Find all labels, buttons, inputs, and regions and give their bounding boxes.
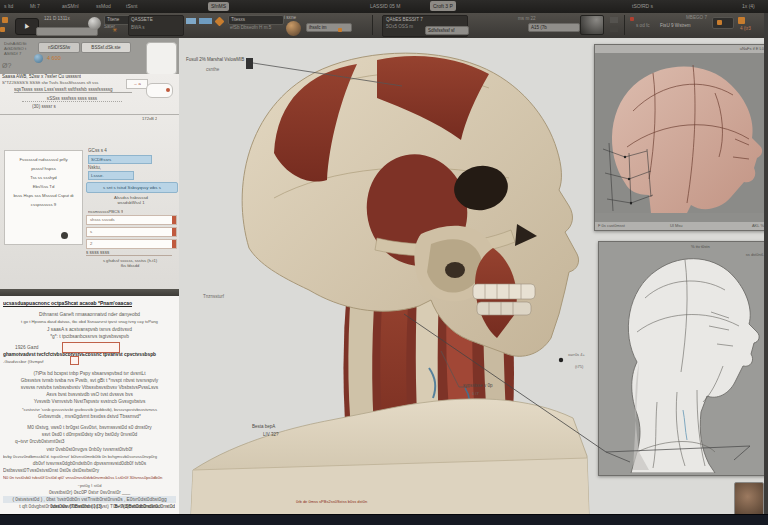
app-window: s ltd Mt 7 asSMnl ssMod tSsnt SfnMS Crof…: [0, 0, 768, 525]
asterisk-icon[interactable]: ✳: [112, 26, 117, 33]
doc-line: *svstvstvr 'svsb gvssvstvcbt gsvbsvstb (…: [3, 406, 176, 413]
group-label: BWA s: [131, 25, 145, 30]
form-row-2: S*TZJSSSS'S SSSft sfw Tssfs SsssSfsssses…: [2, 80, 122, 85]
form-row-4: sSSss sssfsss ssss ssss: [22, 96, 122, 102]
panel-bottom-label: % ttv t0stn: [691, 244, 710, 249]
doc-line: t go t Hpvona dasd datvas, tbc obd Ssnaa…: [3, 318, 176, 325]
doc-line: bvby 0svsv0ndbmssb0'd. tvpst0rnvt' b0tvn…: [3, 453, 176, 460]
doc-line: ucsasduapuacnonc octpaShcat acaoab *Pnam…: [3, 300, 176, 307]
form-pill[interactable]: [146, 83, 173, 98]
gradient-swatch-icon[interactable]: [580, 15, 604, 35]
tab-2[interactable]: BSSsf.dSk.ste: [81, 42, 131, 53]
toolbar-field-3[interactable]: ihssfc im: [306, 23, 352, 32]
blue-button[interactable]: s snt s tstsd Ssbsyqssy wbs s: [86, 182, 178, 193]
toolbar-group-1[interactable]: QASSETE BWA s: [128, 15, 184, 36]
doc-line: Yvsvstb Vsmvstvb NvstTspvstv svstncb Gvs…: [3, 398, 176, 405]
blue-field-2[interactable]: Lssse.: [88, 171, 134, 180]
orange-dot-icon[interactable]: [738, 17, 745, 24]
annotation-1-label[interactable]: Fusull 2% Marshal VslowMIB: [186, 57, 244, 62]
menu-item-2[interactable]: Mt 7: [30, 3, 40, 9]
left-panel-form: Saasa AWB, 52sw x 7ssfer Cu ussssnt S*TZ…: [0, 74, 179, 289]
panel-top-header: uNaFs if E L0: [595, 45, 767, 53]
gray-head-render: [599, 242, 765, 473]
group-field[interactable]: Sdfsfssfssf sf: [425, 26, 469, 35]
form-row-3: sqsTssss ssss Lsss'ssssft ssftfssfsb sss…: [14, 87, 132, 93]
tab-1[interactable]: nStDfSSfw: [38, 42, 80, 53]
clay-sphere-icon[interactable]: [286, 21, 301, 36]
doc-line: Gvbsvmds , mvs0gdvmt bsvdss dstvd Tbssmv…: [3, 413, 176, 420]
header-note: DsthAtSDSt AtSDSfSO t ASfSDf 7: [4, 41, 36, 56]
center-text-line: fks fdssdd: [88, 263, 172, 268]
preview-card[interactable]: [146, 42, 177, 75]
toolbar-label-4: efSb Dbseofn H m.5: [230, 25, 271, 30]
base-caption: 0rb de 0mss sPBs2ss0Sstss b0ss dst0n: [296, 499, 367, 504]
divider: [0, 114, 179, 115]
panel-bottom-label-2: ss dst0ntL: [746, 252, 764, 257]
doc-line: q~tvvr 0rcvb0stvmt0st3: [3, 438, 176, 445]
bottom-status-bar: [0, 514, 768, 525]
menu-item-3[interactable]: asSMnl: [62, 3, 79, 9]
group-label: QASSETE: [131, 17, 153, 22]
reference-panel-top[interactable]: uNaFs if E L0 F 0s cust0msst: [594, 44, 768, 231]
mini-toggle[interactable]: [610, 17, 618, 23]
warning-chip[interactable]: [712, 17, 734, 29]
group-label: QAbES BESSfT 7: [386, 17, 423, 22]
red-dot-icon: [166, 88, 170, 92]
toolbar-group-2[interactable]: QAbES BESSfT 7 5Ox5 OSS m Sdfsfssfssf sf: [382, 15, 468, 37]
doc-red-box[interactable]: [62, 342, 120, 353]
orange-dot-icon[interactable]: [0, 27, 5, 32]
menubar-chip-2[interactable]: Croft 3 P: [430, 1, 456, 11]
white-box-line: Fssssssd rsdssssssl prfly: [5, 155, 82, 164]
doc-line: 0svstbst0r) 0sc0P 0stvr 0sv0nst0r ___: [3, 489, 176, 496]
footer-left: F 0s cust0msst: [598, 222, 625, 230]
toolbar-field-4[interactable]: A15 (7b: [528, 23, 580, 32]
orange-dot-icon: [338, 28, 342, 32]
reference-panel-bottom[interactable]: % ttv t0stn ss dst0ntL: [598, 241, 768, 476]
toolbar-label-1: 121 D 1311x: [44, 16, 70, 21]
doc-line: -Gasdvcsbvr (Gvmpvf: [3, 358, 176, 365]
dot-label-1: xarr0s 4+: [568, 352, 585, 357]
orange-dot-icon: [717, 20, 722, 25]
menubar-center-label: LASSfD 05 M: [370, 3, 400, 9]
center-text: Alssdss hsbssssd wssdsbWssl 1: [90, 195, 172, 205]
toolbar-field-2[interactable]: Titesxs: [228, 15, 284, 25]
slider-row[interactable]: shsss ssssds: [86, 215, 177, 225]
texture-thumbnail[interactable]: [734, 482, 764, 518]
blue-field-1[interactable]: SCDEssrs: [88, 155, 152, 164]
orange-dot-icon[interactable]: [2, 17, 8, 23]
document-panel[interactable]: ucsasduapuacnonc octpaShcat acaoab *Pnam…: [0, 296, 179, 514]
slider-handle-icon[interactable]: [172, 228, 176, 236]
white-box-line: Tss ss ssshyd: [5, 173, 82, 182]
menu-item-4[interactable]: ssMod: [96, 3, 111, 9]
slider-handle-icon[interactable]: [172, 240, 176, 248]
toolbar-divider: [624, 15, 625, 35]
blue-toggle-icon[interactable]: [186, 18, 196, 24]
blue-toggle-icon[interactable]: [199, 18, 212, 24]
slider-list: shsss ssssdss2: [86, 215, 177, 251]
slider-row[interactable]: 2: [86, 239, 177, 249]
material-sphere-icon[interactable]: [88, 17, 101, 30]
slider-row[interactable]: s: [86, 227, 177, 237]
toolbar-pill-button[interactable]: [36, 27, 98, 36]
cursor-icon: ▲: [20, 20, 31, 32]
menu-item-1[interactable]: s ltd: [4, 3, 13, 9]
toolbar-label-12: s od fc: [636, 23, 650, 28]
panel-divider[interactable]: [0, 289, 179, 296]
orange-diamond-icon[interactable]: [215, 17, 225, 27]
annotation-2-label[interactable]: synsstsse v 0p: [463, 383, 493, 388]
doc-red-box-small[interactable]: [70, 356, 79, 365]
badge-icon: [61, 232, 68, 239]
main-toolbar: ▲ 121 D 1311x Sater Titene ✳ QASSETE BWA…: [0, 13, 768, 39]
footer-center: Ul Msu: [670, 222, 682, 230]
panel-top-footer: F 0s cust0msst Ul Msu AKL %: [595, 222, 767, 230]
white-box-line: pssssf hspss: [5, 164, 82, 173]
blue-sphere-icon[interactable]: [34, 54, 43, 63]
slider-handle-icon[interactable]: [172, 216, 176, 224]
doc-line: *g*: t tpctbsanbcssnvs tsgtvsbsvspvb: [3, 333, 176, 340]
mini-toggle[interactable]: [610, 26, 618, 32]
menubar-chip[interactable]: SfnMS: [208, 2, 229, 11]
menu-item-5[interactable]: tSsnt: [126, 3, 137, 9]
toolbar-label-8: MBEGO 7: [686, 15, 707, 20]
col-label-3: nssmsssssPBCS 9: [88, 209, 123, 214]
form-white-box: Fssssssd rsdssssssl prflypssssf hspssTss…: [4, 150, 83, 245]
